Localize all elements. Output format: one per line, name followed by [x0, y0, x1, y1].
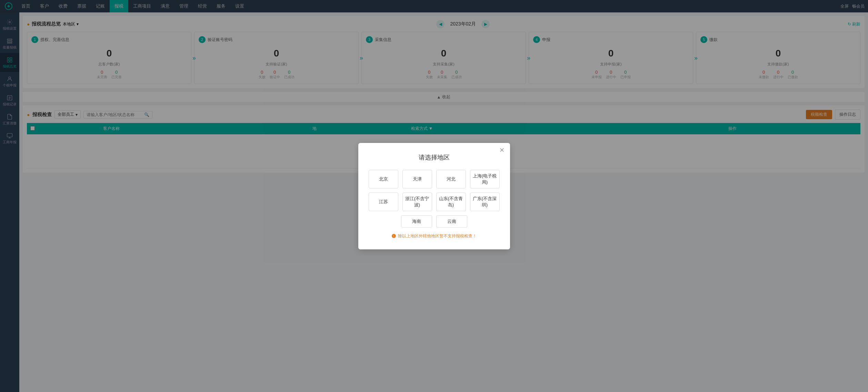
region-btn-beijing[interactable]: 北京: [369, 170, 398, 188]
modal-warning: ! 除以上地区外辖他地区暂不支持报税检查！: [369, 233, 500, 239]
region-btn-zhejiang[interactable]: 浙江(不含宁波): [402, 193, 432, 211]
region-grid-row3: 海南 云南: [369, 215, 500, 228]
region-btn-shanghai[interactable]: 上海(电子税局): [470, 170, 500, 188]
region-btn-yunnan[interactable]: 云南: [436, 215, 467, 228]
region-btn-hebei[interactable]: 河北: [436, 170, 466, 188]
region-btn-tianjin[interactable]: 天津: [402, 170, 432, 188]
region-select-modal: ✕ 请选择地区 北京 天津 河北 上海(电子税局) 江苏 浙江(不含宁波) 山东…: [358, 143, 510, 249]
region-btn-hainan[interactable]: 海南: [401, 215, 432, 228]
modal-overlay: ✕ 请选择地区 北京 天津 河北 上海(电子税局) 江苏 浙江(不含宁波) 山东…: [0, 0, 868, 392]
modal-close-button[interactable]: ✕: [499, 147, 505, 153]
region-grid-row2: 江苏 浙江(不含宁波) 山东(不含青岛) 广东(不含深圳): [369, 193, 500, 211]
warning-text: 除以上地区外辖他地区暂不支持报税检查！: [398, 233, 477, 239]
warning-icon: !: [392, 234, 396, 238]
modal-title: 请选择地区: [369, 153, 500, 162]
region-btn-shandong[interactable]: 山东(不含青岛): [436, 193, 466, 211]
region-btn-guangdong[interactable]: 广东(不含深圳): [470, 193, 500, 211]
region-grid-row1: 北京 天津 河北 上海(电子税局): [369, 170, 500, 188]
region-btn-jiangsu[interactable]: 江苏: [369, 193, 398, 211]
